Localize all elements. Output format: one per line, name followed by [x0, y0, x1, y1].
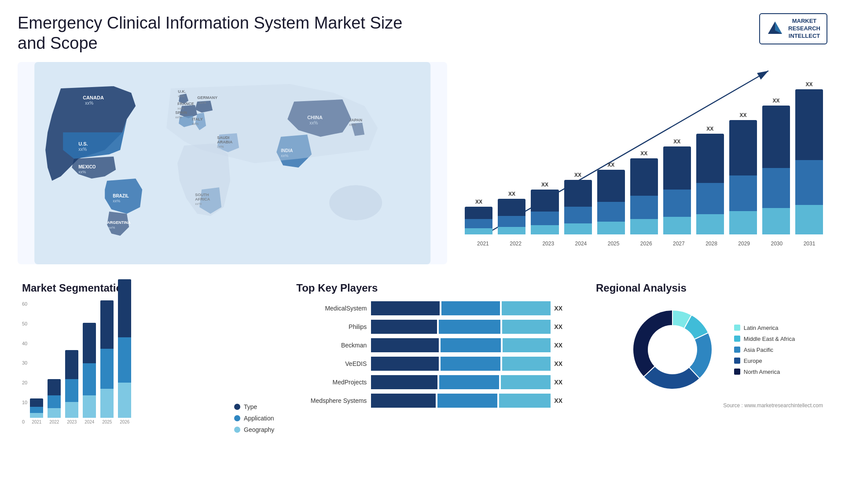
bar-column: XX	[531, 182, 558, 234]
seg-bar-column: 2023	[65, 350, 78, 424]
legend-dot	[234, 404, 240, 410]
player-bar-segment	[441, 301, 500, 315]
top-section: CANADA xx% U.S. xx% MEXICO xx% BRAZIL xx…	[18, 62, 827, 264]
bar-year-label: 2022	[502, 239, 529, 247]
donut-legend-color	[734, 336, 740, 342]
bar-value-label: XX	[574, 172, 581, 178]
seg-bar-column: 2022	[48, 379, 61, 424]
logo-icon	[766, 20, 784, 37]
player-name: MedicalSystem	[296, 305, 367, 312]
player-row: MedicalSystemXX	[296, 301, 574, 315]
seg-bar-column: 2026	[118, 279, 131, 424]
donut-legend-label: Latin America	[744, 325, 779, 331]
donut-legend-label: Asia Pacific	[744, 347, 773, 353]
bar-column: XX	[729, 112, 757, 234]
player-bar-segment	[502, 301, 551, 315]
svg-text:MEXICO: MEXICO	[78, 164, 96, 169]
player-value: XX	[554, 305, 562, 312]
regional-title: Regional Analysis	[596, 282, 823, 294]
bar-value-label: XX	[640, 150, 647, 157]
player-bar-segment	[441, 338, 501, 352]
svg-text:U.S.: U.S.	[78, 141, 88, 146]
player-value: XX	[554, 342, 562, 349]
seg-bar-column: 2021	[30, 398, 43, 424]
player-value: XX	[554, 323, 562, 330]
player-bar: XX	[371, 375, 574, 389]
player-bar-segment	[371, 357, 439, 371]
legend-label: Type	[244, 403, 257, 410]
bar-column: XX	[762, 98, 790, 235]
bar-column: XX	[630, 150, 658, 234]
legend-label: Geography	[244, 426, 274, 433]
player-bar-segment	[439, 375, 499, 389]
donut-legend-color	[734, 347, 740, 353]
donut-legend-item: Latin America	[734, 325, 795, 331]
seg-x-label: 2024	[84, 420, 94, 424]
legend-item: Type	[234, 403, 274, 410]
bar-year-label: 2028	[698, 239, 725, 247]
seg-bar-column: 2025	[100, 300, 114, 425]
key-players: Top Key Players MedicalSystemXXPhilipsXX…	[292, 278, 578, 445]
legend-dot	[234, 415, 240, 421]
player-bar: XX	[371, 394, 574, 408]
svg-text:ARGENTINA: ARGENTINA	[107, 220, 131, 225]
donut-chart	[624, 301, 721, 398]
player-bar: XX	[371, 301, 574, 315]
svg-text:xx%: xx%	[108, 226, 115, 230]
bar-year-label: 2023	[535, 239, 562, 247]
bar-column: XX	[465, 199, 492, 234]
page-title: Emergency Clinical Information System Ma…	[18, 13, 414, 53]
player-bar-segment	[371, 301, 440, 315]
bar-year-label: 2026	[632, 239, 660, 247]
seg-bar-column: 2024	[83, 323, 96, 424]
donut-legend-label: Middle East & Africa	[744, 336, 795, 342]
company-logo: MARKET RESEARCH INTELLECT	[759, 13, 827, 44]
bar-column: XX	[696, 126, 724, 234]
bar-column: XX	[795, 81, 823, 234]
player-bar-segment	[503, 338, 551, 352]
map-svg: CANADA xx% U.S. xx% MEXICO xx% BRAZIL xx…	[18, 62, 447, 264]
player-bar-segment	[371, 375, 437, 389]
seg-bars: 202120222023202420252026	[30, 301, 221, 433]
legend-dot	[234, 427, 240, 433]
bar-value-label: XX	[772, 98, 779, 104]
bar-column: XX	[663, 139, 691, 234]
seg-chart: 0102030405060 202120222023202420252026	[22, 301, 221, 433]
seg-x-label: 2021	[32, 420, 41, 424]
player-name: Medsphere Systems	[296, 397, 367, 404]
svg-text:xx%: xx%	[78, 147, 87, 152]
legend-item: Application	[234, 415, 274, 422]
bar-value-label: XX	[806, 81, 813, 88]
player-value: XX	[554, 360, 562, 367]
page-header: Emergency Clinical Information System Ma…	[18, 13, 827, 53]
seg-chart-area: 0102030405060 202120222023202420252026 T…	[22, 301, 274, 433]
bar-value-label: XX	[607, 162, 614, 168]
segmentation-title: Market Segmentation	[22, 282, 274, 294]
svg-text:xx%: xx%	[113, 199, 120, 203]
bar-year-label: 2027	[665, 239, 692, 247]
bar-year-label: 2031	[796, 239, 823, 247]
player-name: Beckman	[296, 342, 367, 349]
svg-point-35	[329, 185, 382, 220]
world-map: CANADA xx% U.S. xx% MEXICO xx% BRAZIL xx…	[18, 62, 447, 264]
donut-legend-item: Middle East & Africa	[734, 336, 795, 342]
svg-text:xx%: xx%	[85, 101, 93, 106]
legend-label: Application	[244, 415, 274, 422]
bar-value-label: XX	[508, 191, 515, 197]
donut-segment	[633, 310, 672, 377]
player-row: MedProjectsXX	[296, 375, 574, 389]
bar-years: 2021202220232024202520262027202820292030…	[465, 239, 823, 247]
source-text: Source : www.marketresearchintellect.com	[596, 402, 823, 409]
bar-column: XX	[597, 162, 625, 234]
bar-year-label: 2021	[469, 239, 496, 247]
seg-y-axis: 0102030405060	[22, 301, 30, 424]
players-title: Top Key Players	[296, 282, 574, 294]
bar-chart-bars: XXXXXXXXXXXXXXXXXXXXXX	[465, 66, 823, 239]
donut-legend-item: North America	[734, 369, 795, 375]
growth-bar-chart: XXXXXXXXXXXXXXXXXXXXXX 20212022202320242…	[460, 62, 827, 264]
svg-text:CANADA: CANADA	[83, 95, 104, 100]
donut-area: Latin AmericaMiddle East & AfricaAsia Pa…	[596, 301, 823, 398]
player-value: XX	[554, 379, 562, 386]
player-bar-segment	[499, 394, 551, 408]
player-bar-segment	[371, 338, 438, 352]
